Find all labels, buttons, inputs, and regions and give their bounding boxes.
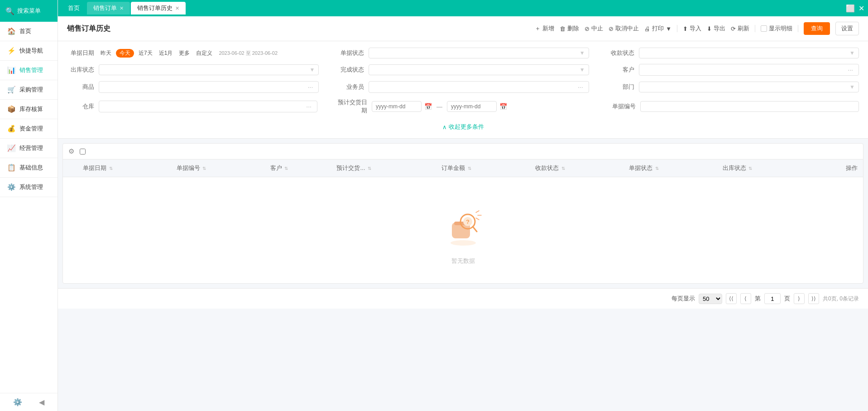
order-status-field[interactable]: ▼ — [369, 48, 589, 58]
delete-button[interactable]: 🗑 删除 — [560, 24, 579, 33]
purchase-icon: 🛒 — [7, 86, 16, 94]
date-today[interactable]: 今天 — [116, 49, 134, 58]
order-status-select[interactable]: ▼ — [369, 48, 589, 58]
window-restore-icon[interactable]: ⬜ — [846, 4, 855, 13]
sidebar-item-system[interactable]: ⚙️ 系统管理 — [0, 178, 58, 197]
settings-button[interactable]: 设置 — [835, 22, 859, 35]
sidebar-item-label: 基础信息 — [19, 164, 43, 172]
th-no[interactable]: 单据编号 ⇅ — [171, 160, 265, 177]
date-yesterday[interactable]: 昨天 — [99, 48, 113, 58]
filter-collapse[interactable]: ∧ 收起更多条件 — [67, 120, 859, 132]
salesperson-select[interactable]: ··· — [369, 81, 589, 93]
display-toggle[interactable]: 显示明细 — [761, 24, 792, 33]
cancel-stop-button[interactable]: ⊘ 取消中止 — [609, 24, 639, 33]
refresh-button[interactable]: ⟳ 刷新 — [731, 24, 749, 33]
date-7days[interactable]: 近7天 — [137, 48, 154, 58]
calendar-from-icon[interactable]: 📅 — [424, 103, 432, 110]
expected-date-to[interactable] — [447, 101, 497, 112]
sidebar: 🔍 搜索菜单 🏠 首页 ⚡ 快捷导航 📊 销售管理 🛒 采购管理 📦 库存核算 … — [0, 0, 58, 411]
date-custom[interactable]: 自定义 — [194, 48, 214, 58]
import-button[interactable]: ⬆ 导入 — [683, 24, 701, 33]
tab-sales-order[interactable]: 销售订单 ✕ — [87, 2, 130, 15]
tab-sales-order-close[interactable]: ✕ — [120, 6, 124, 11]
tab-bar: 首页 销售订单 ✕ 销售订单历史 ✕ ⬜ ✕ — [58, 0, 868, 16]
th-expected-delivery[interactable]: 预计交货... ⇅ — [331, 160, 436, 177]
display-toggle-checkbox[interactable] — [761, 25, 767, 32]
toolbar-divider-1 — [677, 25, 677, 32]
stop-button[interactable]: ⊘ 中止 — [585, 24, 603, 33]
payment-status-select[interactable]: ▼ — [639, 48, 859, 58]
page-number-input[interactable] — [764, 293, 781, 304]
th-delivery-status[interactable]: 出库状态 ⇅ — [717, 160, 811, 177]
th-payment-status[interactable]: 收款状态 ⇅ — [530, 160, 623, 177]
export-button[interactable]: ⬇ 导出 — [707, 24, 725, 33]
department-field[interactable]: ▼ — [639, 82, 859, 92]
product-select[interactable]: ··· — [99, 81, 319, 93]
settings-bottom-icon[interactable]: ⚙️ — [13, 398, 22, 406]
svg-line-7 — [476, 211, 479, 213]
order-no-field[interactable] — [640, 101, 859, 112]
first-page-btn[interactable]: ⟨⟨ — [726, 293, 737, 304]
sidebar-item-purchase[interactable]: 🛒 采购管理 — [0, 80, 58, 100]
main-area: 首页 销售订单 ✕ 销售订单历史 ✕ ⬜ ✕ 销售订单历史 ＋ 新增 🗑 — [58, 0, 868, 411]
sidebar-item-quick-nav[interactable]: ⚡ 快捷导航 — [0, 41, 58, 61]
window-close-icon[interactable]: ✕ — [858, 4, 864, 13]
delete-label: 删除 — [567, 24, 579, 33]
collapse-label: 收起更多条件 — [449, 123, 484, 131]
tab-home[interactable]: 首页 — [62, 2, 86, 15]
customer-select[interactable]: ··· — [639, 64, 859, 76]
tab-sales-order-history[interactable]: 销售订单历史 ✕ — [131, 2, 186, 15]
sort-customer: ⇅ — [284, 166, 288, 171]
prev-page-btn[interactable]: ⟨ — [740, 293, 751, 304]
complete-status-select[interactable]: ▼ — [369, 64, 589, 75]
th-amount[interactable]: 订单金额 ⇅ — [436, 160, 530, 177]
per-page-select[interactable]: 50 10 20 100 — [699, 294, 722, 304]
tab-bar-right: ⬜ ✕ — [846, 4, 864, 13]
delivery-status-field[interactable]: ▼ — [99, 64, 319, 75]
delivery-status-select[interactable]: ▼ — [99, 64, 319, 75]
filter-row-4: 仓库 ··· 预计交货日期 📅 — 📅 单据编号 — [67, 98, 859, 115]
th-customer[interactable]: 客户 ⇅ — [265, 160, 331, 177]
filter-row-3: 商品 ··· 业务员 ··· 部门 — [67, 81, 859, 93]
cancel-stop-label: 取消中止 — [615, 24, 639, 33]
product-field[interactable]: ··· — [99, 81, 319, 93]
sidebar-item-label: 库存核算 — [19, 105, 43, 113]
collapse-icon[interactable]: ◀ — [39, 398, 44, 406]
new-button[interactable]: ＋ 新增 — [535, 24, 554, 33]
print-button[interactable]: 🖨 打印 ▼ — [644, 24, 671, 33]
export-label: 导出 — [714, 24, 725, 33]
date-more[interactable]: 更多 — [177, 48, 192, 58]
sidebar-item-inventory[interactable]: 📦 库存核算 — [0, 100, 58, 119]
th-date[interactable]: 单据日期 ⇅ — [77, 160, 171, 177]
query-button[interactable]: 查询 — [804, 22, 830, 35]
last-page-btn[interactable]: ⟩⟩ — [808, 293, 819, 304]
department-select[interactable]: ▼ — [639, 82, 859, 92]
warehouse-select[interactable]: ··· — [99, 101, 317, 112]
salesperson-field[interactable]: ··· — [369, 81, 589, 93]
date-filter: 昨天 今天 近7天 近1月 更多 自定义 2023-06-02 至 2023-0… — [99, 48, 278, 58]
complete-status-field[interactable]: ▼ — [369, 64, 589, 75]
th-order-status[interactable]: 单据状态 ⇅ — [623, 160, 717, 177]
calendar-to-icon[interactable]: 📅 — [499, 103, 507, 110]
sidebar-item-basic[interactable]: 📋 基础信息 — [0, 158, 58, 178]
svg-line-5 — [473, 227, 477, 232]
expected-date-from[interactable] — [372, 101, 422, 112]
sidebar-search[interactable]: 🔍 搜索菜单 — [0, 0, 58, 22]
sidebar-item-home[interactable]: 🏠 首页 — [0, 22, 58, 41]
warehouse-field[interactable]: ··· — [99, 101, 317, 112]
customer-field[interactable]: ··· — [639, 64, 859, 76]
payment-status-field[interactable]: ▼ — [639, 48, 859, 58]
order-no-input[interactable] — [640, 101, 859, 112]
stop-icon: ⊘ — [585, 25, 590, 32]
date-1month[interactable]: 近1月 — [157, 48, 175, 58]
sidebar-item-finance[interactable]: 💰 资金管理 — [0, 119, 58, 139]
payment-status-label: 收款状态 — [607, 49, 634, 57]
tab-sales-order-history-close[interactable]: ✕ — [175, 6, 179, 11]
next-page-btn[interactable]: ⟩ — [794, 293, 805, 304]
sidebar-item-operation[interactable]: 📈 经营管理 — [0, 139, 58, 158]
sidebar-item-sales[interactable]: 📊 销售管理 — [0, 61, 58, 80]
table-settings-icon[interactable]: ⚙ — [68, 147, 74, 155]
select-all-checkbox[interactable] — [80, 149, 86, 155]
sidebar-bottom: ⚙️ ◀ — [0, 393, 58, 411]
th-checkbox — [63, 160, 77, 177]
